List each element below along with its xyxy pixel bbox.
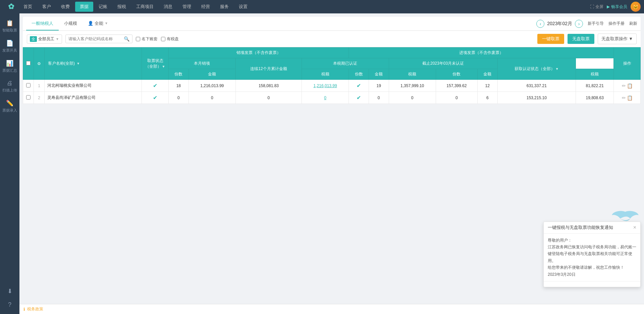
cert-status-cell: ✔ [349, 80, 369, 92]
sidebar-help-icon[interactable]: ? [4, 299, 16, 311]
cert-status-icon: ✔ [357, 95, 361, 101]
nav-operation[interactable]: 经营 [197, 2, 215, 12]
sales-amount-cell: 0 [189, 92, 235, 104]
th-certified-period: 本税期已认证 [302, 58, 389, 69]
fullscreen-button[interactable]: ⛶ 全屏 [590, 4, 603, 10]
th-client-name: 客户名称(全部) ▼ [45, 48, 142, 80]
nav-home[interactable]: 首页 [19, 2, 37, 12]
nav-client[interactable]: 客户 [38, 2, 56, 12]
th-pur-cert-count: 份数 [349, 69, 369, 80]
row-checkbox-cell[interactable] [23, 80, 34, 92]
manual-link[interactable]: 操作手册 [608, 21, 625, 26]
nav-manage[interactable]: 管理 [178, 2, 196, 12]
nav-tax[interactable]: 报税 [113, 2, 131, 12]
notice-line: 江苏政务网已恢复访问电子税务局功能，易代账一键登陆电子税务局与无盘取票相关功能可… [548, 244, 636, 264]
th-pur-cert-tax: 税额 [389, 69, 436, 80]
tab-small-scale[interactable]: 小规模 [59, 17, 83, 30]
tax-policy-link[interactable]: 税务政策 [27, 306, 43, 312]
sidebar-item-smart-fetch[interactable]: 📋 智能取票 [1, 17, 18, 36]
sidebar-item-invoice-create[interactable]: 📄 发票开具 [1, 37, 18, 56]
sales-count-cell: 18 [169, 80, 189, 92]
search-input[interactable] [68, 37, 124, 41]
prev-month-button[interactable]: ‹ [536, 20, 544, 28]
pur-uncert-count-cell: 6 [477, 92, 497, 104]
no-disk-fetch-button[interactable]: 无盘取票 [568, 34, 594, 44]
invoice-create-label: 发票开具 [2, 48, 17, 53]
fullscreen-icon: ⛶ [590, 4, 594, 9]
vip-button[interactable]: ▶ 畅享会员 [607, 4, 627, 10]
row-checkbox-cell[interactable] [23, 92, 34, 104]
invoice-summary-label: 票据汇总 [2, 68, 17, 73]
th-12m-total: 连续12个月累计金额 [235, 58, 302, 80]
sales-count-cell: 0 [169, 92, 189, 104]
th-pur-uncert-count: 份数 [436, 69, 477, 80]
invoice-summary-icon: 📊 [6, 60, 13, 67]
pur-cert-count-cell: 19 [369, 80, 389, 92]
detail-icon[interactable]: 📋 [627, 95, 633, 101]
app-logo[interactable]: ✿ [3, 0, 19, 13]
filter-tag: 全 [30, 36, 37, 42]
notice-header: 一键报税与无盘取票功能恢复通知 × [544, 222, 640, 234]
checkbox-own-account[interactable]: 名下账套 [136, 36, 158, 42]
sales-tax-cell: 158,081.83 [235, 80, 302, 92]
th-fetch-status: 取票状态（全部）▼ [142, 48, 169, 80]
row-checkbox[interactable] [26, 83, 31, 87]
search-icon[interactable]: 🔍 [124, 36, 129, 42]
sidebar-item-scan-upload[interactable]: 🖨 扫描上传 [1, 77, 18, 96]
nav-service[interactable]: 服务 [215, 2, 233, 12]
all-dropdown-icon[interactable]: ▼ [105, 21, 108, 25]
invoice-entry-label: 票据录入 [2, 108, 17, 113]
table-row: 2 灵寿县尚泽矿产品有限公司 ✔ 0 0 0 0 ✔ 0 0 0 6 153,2… [23, 92, 641, 104]
nav-accounting[interactable]: 记账 [94, 2, 112, 12]
all-icon: 👤 [88, 21, 93, 26]
nav-fee[interactable]: 收费 [56, 2, 74, 12]
sales-12m-cell[interactable]: 1,216,013.99 [302, 80, 349, 92]
beginner-guide-link[interactable]: 新手引导 [588, 21, 604, 26]
fetch-status-icon: ✔ [153, 83, 157, 88]
invoice-entry-icon: ✏️ [6, 100, 13, 107]
employee-filter[interactable]: 全 全部员工 ▼ [27, 35, 62, 44]
edit-icon[interactable]: ✏ [622, 95, 626, 101]
fetch-status-cell: ✔ [142, 80, 169, 92]
smart-fetch-icon: 📋 [6, 19, 13, 27]
fetch-status-cell: ✔ [142, 92, 169, 104]
employee-filter-arrow: ▼ [56, 37, 59, 41]
invoice-table: ⚙ 客户名称(全部) ▼ 取票状态（全部）▼ 销项发票（不含作废票） 进项发票（… [23, 47, 641, 104]
next-month-button[interactable]: › [575, 20, 583, 28]
notice-line: 2023年3月20日 [548, 271, 636, 278]
detail-icon[interactable]: 📋 [627, 83, 633, 88]
tab-all[interactable]: 👤 全能 ▼ [83, 17, 113, 30]
notice-close-button[interactable]: × [633, 225, 636, 230]
th-cert-status: 获取认证状态（全部）▼ [497, 58, 576, 80]
row-ops-cell: ✏ 📋 [614, 92, 641, 104]
sidebar-item-invoice-entry[interactable]: ✏️ 票据录入 [1, 97, 18, 116]
sidebar-download-icon[interactable]: ⬇ [4, 285, 16, 297]
select-all-checkbox[interactable] [26, 61, 31, 65]
row-number: 2 [34, 92, 45, 104]
top-navigation: ✿ 首页 客户 收费 票据 记账 报税 工商项目 消息 管理 经营 服务 设置 … [0, 0, 644, 13]
notice-line: 尊敬的用户： [548, 237, 636, 244]
own-account-checkbox[interactable] [136, 37, 140, 41]
nav-message[interactable]: 消息 [159, 2, 177, 12]
no-disk-ops-button[interactable]: 无盘取票操作 ▼ [598, 34, 637, 44]
row-checkbox[interactable] [26, 95, 31, 100]
sidebar-item-invoice-summary[interactable]: 📊 票据汇总 [1, 57, 18, 76]
own-account-label: 名下账套 [142, 36, 158, 42]
nav-invoice[interactable]: 票据 [75, 2, 93, 12]
nav-business[interactable]: 工商项目 [131, 2, 158, 12]
smart-fetch-label: 智能取票 [2, 28, 17, 33]
sales-12m-cell[interactable]: 0 [302, 92, 349, 104]
th-pur-uncert-amount: 金额 [477, 69, 497, 80]
tax-disk-checkbox[interactable] [161, 37, 165, 41]
nav-menu: 首页 客户 收费 票据 记账 报税 工商项目 消息 管理 经营 服务 设置 [19, 2, 590, 12]
tab-general-taxpayer[interactable]: 一般纳税人 [26, 17, 59, 30]
nav-settings[interactable]: 设置 [234, 2, 252, 12]
row-number: 1 [34, 80, 45, 92]
refresh-link[interactable]: 刷新 [629, 21, 637, 26]
user-avatar[interactable]: 🐱 [631, 2, 641, 12]
checkbox-tax-disk[interactable]: 有税盘 [161, 36, 179, 42]
pur-uncert-amount-cell: 631,337.21 [497, 80, 576, 92]
one-click-fetch-button[interactable]: 一键取票 [537, 34, 564, 44]
edit-icon[interactable]: ✏ [622, 83, 626, 88]
scan-upload-label: 扫描上传 [2, 88, 17, 93]
